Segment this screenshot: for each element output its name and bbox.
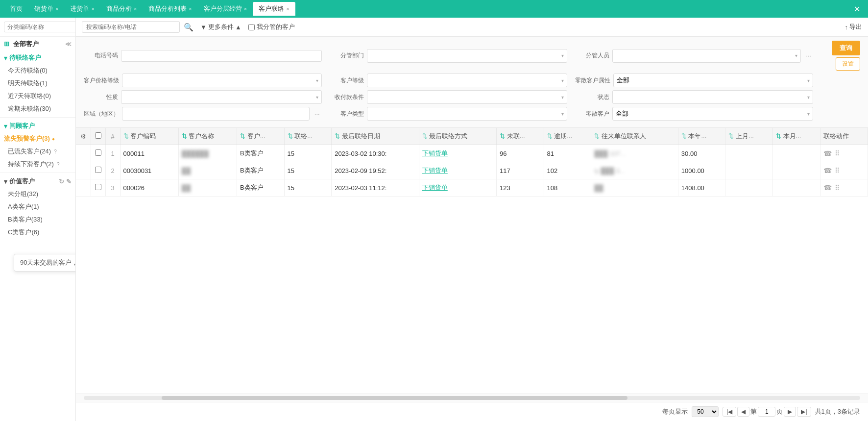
select-all-checkbox[interactable] bbox=[95, 132, 101, 139]
cell-checkbox[interactable] bbox=[91, 162, 105, 179]
col-code[interactable]: ⇅ 客户编码 bbox=[120, 128, 178, 145]
my-customers-checkbox[interactable] bbox=[248, 24, 255, 30]
cell-checkbox[interactable] bbox=[91, 179, 105, 197]
per-page-select[interactable]: 50 100 bbox=[692, 406, 719, 417]
col-type[interactable]: ⇅ 客户... bbox=[237, 128, 285, 145]
sidebar-item-tomorrow[interactable]: 明天待联络(1) bbox=[0, 77, 75, 90]
tab-purchase[interactable]: 进货单 × bbox=[64, 2, 100, 16]
close-sales-tab[interactable]: × bbox=[55, 6, 58, 12]
sidebar-item-declining[interactable]: 持续下滑客户(2) ? bbox=[0, 158, 75, 171]
adv-filter-row-4: 区域（地区） ··· 客户类型 ▾ 零散客户 全部▾ bbox=[84, 107, 860, 121]
my-customers-checkbox-label[interactable]: 我分管的客户 bbox=[248, 23, 295, 31]
sidebar-section-value[interactable]: ▾ 价值客户 ↻ ✎ bbox=[0, 175, 75, 188]
sidebar-item-class-a[interactable]: A类客户(1) bbox=[0, 200, 75, 213]
sidebar-item-today[interactable]: 今天待联络(0) bbox=[0, 64, 75, 77]
manager-dots[interactable]: ··· bbox=[804, 52, 813, 59]
manager-select[interactable]: ▾ bbox=[612, 49, 801, 63]
action-contact-icon[interactable]: ☎ bbox=[823, 184, 832, 192]
close-product-analysis-list-tab[interactable]: × bbox=[189, 6, 192, 12]
zero-customer-select[interactable]: 全部▾ bbox=[612, 107, 813, 121]
sidebar-search-input[interactable] bbox=[4, 22, 76, 32]
adv-filter-manager: 分管人员 ▾ ··· bbox=[575, 49, 813, 63]
region-dots[interactable]: ··· bbox=[313, 110, 322, 118]
more-conditions-button[interactable]: ▼ 更多条件 ▲ bbox=[197, 21, 244, 33]
zero-attr-select[interactable]: 全部▾ bbox=[613, 74, 813, 87]
sidebar-item-ungrouped[interactable]: 未分组(32) bbox=[0, 188, 75, 200]
close-customer-tier-tab[interactable]: × bbox=[244, 6, 247, 12]
tab-sales[interactable]: 销货单 × bbox=[28, 2, 64, 16]
sidebar-item-class-c[interactable]: C类客户(6) bbox=[0, 226, 75, 239]
col-last-method[interactable]: ⇅ 最后联络方式 bbox=[419, 128, 496, 145]
cell-checkbox[interactable] bbox=[91, 145, 105, 162]
col-contact-person[interactable]: ⇅ 往来单位联系人 bbox=[591, 128, 678, 145]
customer-type-select[interactable]: ▾ bbox=[367, 107, 568, 121]
page-number-input[interactable] bbox=[758, 407, 775, 417]
search-input[interactable] bbox=[82, 21, 180, 33]
sort-icon8: ⇅ bbox=[547, 132, 553, 140]
next-page-button[interactable]: ▶ bbox=[784, 407, 796, 417]
sidebar-item-already-churned[interactable]: 已流失客户(24) ? bbox=[0, 145, 75, 158]
settings-button[interactable]: 设置 bbox=[836, 57, 860, 71]
sort-icon6: ⇅ bbox=[422, 132, 428, 140]
pagination-bar: 每页显示 50 100 |◀ ◀ 第 页 ▶ ▶| 共1页，3条记录 bbox=[76, 402, 868, 421]
tab-home[interactable]: 首页 bbox=[4, 4, 28, 13]
dept-select[interactable]: ▾ bbox=[367, 49, 568, 63]
tab-product-analysis[interactable]: 商品分析 × bbox=[100, 2, 143, 16]
sidebar-section-yan[interactable]: ▾ 闫顾客户 bbox=[0, 120, 75, 132]
adv-filter-status: 状态 ▾ bbox=[575, 90, 813, 104]
tab-customer-tier[interactable]: 客户分层经营 × bbox=[198, 2, 253, 16]
customer-level-select[interactable]: ▾ bbox=[367, 74, 568, 87]
cell-last-method[interactable]: 下销货单 bbox=[419, 162, 496, 179]
region-select[interactable] bbox=[122, 107, 310, 121]
col-overdue[interactable]: ⇅ 逾期... bbox=[544, 128, 591, 145]
horizontal-scrollbar[interactable] bbox=[76, 394, 868, 402]
sidebar-item-class-b[interactable]: B类客户(33) bbox=[0, 213, 75, 226]
status-select[interactable]: ▾ bbox=[612, 90, 813, 104]
query-button[interactable]: 查询 bbox=[832, 41, 860, 55]
col-settings[interactable]: ⚙ bbox=[76, 128, 91, 145]
first-page-button[interactable]: |◀ bbox=[723, 407, 736, 417]
close-customer-contact-tab[interactable]: × bbox=[286, 6, 289, 12]
cell-action: ☎ ⠿ bbox=[820, 162, 868, 179]
export-button[interactable]: ↑ 导出 bbox=[845, 23, 863, 31]
nature-select[interactable]: ▾ bbox=[121, 90, 322, 104]
col-this-month[interactable]: ⇅ 本月... bbox=[772, 128, 820, 145]
col-contact[interactable]: ⇅ 联络... bbox=[284, 128, 332, 145]
col-last-date[interactable]: ⇅ 最后联络日期 bbox=[332, 128, 419, 145]
sidebar-section-pending[interactable]: ▾ 待联络客户 bbox=[0, 51, 75, 64]
phone-input[interactable] bbox=[121, 50, 322, 62]
last-page-button[interactable]: ▶| bbox=[797, 407, 811, 417]
action-more-icon[interactable]: ⠿ bbox=[835, 149, 840, 157]
cell-contact: 15 bbox=[284, 179, 332, 197]
col-name[interactable]: ⇅ 客户名称 bbox=[178, 128, 237, 145]
action-more-icon[interactable]: ⠿ bbox=[835, 167, 840, 174]
prev-page-button[interactable]: ◀ bbox=[737, 407, 749, 417]
adv-filter-row-2: 客户价格等级 ▾ 客户等级 ▾ 零散客户属性 全部▾ bbox=[84, 74, 860, 87]
all-customers-header[interactable]: ⊞ 全部客户 ≪ bbox=[0, 37, 75, 51]
action-contact-icon[interactable]: ☎ bbox=[823, 167, 832, 174]
search-button[interactable]: 🔍 bbox=[184, 23, 193, 32]
all-customers-label: ⊞ 全部客户 bbox=[4, 40, 39, 49]
close-purchase-tab[interactable]: × bbox=[91, 6, 94, 12]
close-product-analysis-tab[interactable]: × bbox=[134, 6, 137, 12]
sidebar-item-churn-warning[interactable]: 流失预警客户(3) ● bbox=[0, 132, 75, 145]
col-checkbox[interactable] bbox=[91, 128, 105, 145]
action-contact-icon[interactable]: ☎ bbox=[823, 149, 832, 157]
col-last-month[interactable]: ⇅ 上月... bbox=[725, 128, 773, 145]
cell-last-date: 2023-03-02 10:30: bbox=[332, 145, 419, 162]
payment-select[interactable]: ▾ bbox=[367, 90, 568, 104]
price-level-select[interactable]: ▾ bbox=[122, 74, 322, 87]
window-close-button[interactable]: ✕ bbox=[850, 4, 864, 14]
export-icon: ↑ bbox=[845, 24, 848, 31]
tab-product-analysis-list[interactable]: 商品分析列表 × bbox=[143, 2, 197, 16]
action-more-icon[interactable]: ⠿ bbox=[835, 184, 840, 192]
cell-last-method[interactable]: 下销货单 bbox=[419, 179, 496, 197]
cell-last-method[interactable]: 下销货单 bbox=[419, 145, 496, 162]
tab-customer-contact[interactable]: 客户联络 × bbox=[253, 2, 295, 16]
sidebar-item-overdue[interactable]: 逾期未联络(30) bbox=[0, 102, 75, 115]
col-this-year[interactable]: ⇅ 本年... bbox=[678, 128, 725, 145]
col-uncontacted[interactable]: ⇅ 未联... bbox=[497, 128, 544, 145]
scrollbar-thumb[interactable] bbox=[162, 396, 627, 400]
sidebar-divider-2 bbox=[0, 173, 75, 173]
sidebar-item-7days[interactable]: 近7天待联络(0) bbox=[0, 90, 75, 102]
